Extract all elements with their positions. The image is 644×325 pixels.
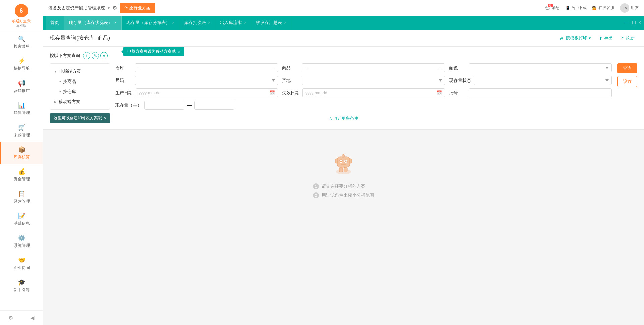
- svg-rect-6: [341, 164, 346, 165]
- cart-icon: 🛒: [18, 124, 25, 131]
- tab-inventory-status[interactable]: 现存量（库存状况表） ×: [64, 16, 122, 30]
- sidebar-item-purchase[interactable]: 🛒 采购管理: [0, 120, 43, 142]
- sidebar-item-operations[interactable]: 📋 经营管理: [0, 186, 43, 208]
- tab-batch-account[interactable]: 库存批次账 ×: [179, 16, 215, 30]
- sidebar-item-finance[interactable]: 💰 资金管理: [0, 164, 43, 186]
- batch-no-input[interactable]: [469, 88, 612, 97]
- user-btn[interactable]: Ea 用友: [620, 3, 639, 13]
- tab-inventory-dist[interactable]: 现存量（库存分布表） ×: [122, 16, 179, 30]
- tab-collect-summary[interactable]: 收发存汇总表 ×: [251, 16, 291, 30]
- filter-expire-date: 失效日期 yyyy-mm-dd 📅: [282, 88, 445, 97]
- size-select[interactable]: [135, 76, 278, 85]
- sidebar-item-label: 库存核算: [14, 154, 30, 160]
- tab-collect-summary-close[interactable]: ×: [284, 21, 286, 25]
- user-avatar: Ea: [620, 3, 629, 13]
- page-header: 现存量查询(按仓库+商品) 🖨 按模板打印 ▾ ⬆ 导出 ↻ 刷新: [43, 30, 644, 47]
- add-scheme-btn[interactable]: +: [83, 52, 90, 59]
- tree-warehouse-label: 按仓库: [63, 89, 76, 95]
- print-btn[interactable]: 🖨 按模板打印 ▾: [557, 34, 594, 42]
- tab-inventory-status-close[interactable]: ×: [114, 21, 117, 25]
- sidebar-collapse-btn[interactable]: ◀: [30, 315, 34, 321]
- tooltip-mobile-close[interactable]: ×: [178, 49, 180, 54]
- sidebar-item-inventory[interactable]: 📦 库存核算: [0, 142, 43, 164]
- tab-home[interactable]: 首页: [46, 16, 64, 30]
- tree-item-by-goods[interactable]: • 按商品: [50, 76, 110, 87]
- user-label: 用友: [631, 5, 639, 11]
- app-download-btn[interactable]: 📱 App下载: [565, 5, 587, 11]
- tab-batch-account-close[interactable]: ×: [208, 21, 210, 25]
- export-btn[interactable]: ⬆ 导出: [596, 34, 615, 42]
- online-service-label: 在线客服: [598, 5, 614, 11]
- tab-restore-icon[interactable]: □: [632, 20, 636, 26]
- sidebar-settings-btn[interactable]: ⚙: [8, 315, 13, 321]
- refresh-btn[interactable]: ↻ 刷新: [618, 34, 637, 42]
- stock-main-dash: —: [187, 103, 192, 108]
- produce-date-input[interactable]: yyyy-mm-dd 📅: [136, 88, 278, 97]
- warehouse-placeholder: ...: [138, 65, 142, 70]
- export-btn-label: 导出: [604, 35, 613, 41]
- message-btn[interactable]: 💬 6 消息: [545, 5, 560, 11]
- tooltip-modify-close[interactable]: ×: [104, 116, 106, 121]
- stock-main-min-input[interactable]: [144, 101, 184, 110]
- sidebar-bottom: ⚙ ◀: [0, 310, 43, 325]
- expire-date-input[interactable]: yyyy-mm-dd 📅: [302, 88, 445, 97]
- back-scheme-btn[interactable]: «: [100, 52, 108, 59]
- svg-rect-8: [343, 154, 344, 155]
- origin-label: 产地: [282, 77, 299, 84]
- filter-label: 按以下方案查询: [50, 53, 80, 59]
- guide-icon: 🎓: [18, 279, 25, 286]
- svg-rect-10: [350, 159, 352, 163]
- online-service-btn[interactable]: 💁 在线客服: [592, 5, 614, 11]
- tab-home-label: 首页: [50, 20, 59, 26]
- tab-in-out-flow-close[interactable]: ×: [244, 21, 246, 25]
- message-badge: 6: [548, 4, 553, 7]
- sidebar-item-quicknav[interactable]: ⚡ 快捷导航: [0, 53, 43, 75]
- trial-btn[interactable]: 体验行业方案: [120, 3, 155, 13]
- filter-warehouse: 仓库 ... ⋯: [115, 63, 278, 72]
- tree-item-by-warehouse[interactable]: • 按仓库: [50, 87, 110, 97]
- empty-tip-text-2: 用过滤条件来缩小分析范围: [322, 192, 374, 198]
- tab-close-icon[interactable]: ×: [638, 20, 641, 26]
- tree-mobile-label: 移动端方案: [59, 99, 80, 105]
- tree-mobile-group[interactable]: ▶ 移动端方案: [50, 97, 110, 107]
- tooltip-modify-text: 这里可以创建和修改方案哦: [54, 115, 102, 121]
- sidebar-item-search[interactable]: 🔍 搜索菜单: [0, 31, 43, 53]
- sidebar-item-basics[interactable]: 📝 基础信息: [0, 208, 43, 230]
- doc-icon: 📝: [18, 212, 25, 220]
- tooltip-mobile-scheme: 电脑方案可设为移动方案哦 ×: [123, 47, 184, 56]
- tree-pc-group[interactable]: ▼ 电脑端方案: [50, 66, 110, 76]
- filter-batch-no: 批号: [449, 88, 612, 97]
- color-select[interactable]: [469, 63, 612, 72]
- query-btn[interactable]: 查询: [617, 63, 637, 73]
- sidebar-item-enterprise[interactable]: 🤝 企业协同: [0, 253, 43, 275]
- sidebar-item-label: 采购管理: [14, 132, 30, 138]
- tab-minimize-icon[interactable]: —: [624, 20, 630, 26]
- goods-label: 商品: [282, 65, 299, 71]
- empty-tip-2: 2 用过滤条件来缩小分析范围: [313, 192, 374, 198]
- goods-input-wrapper[interactable]: ... ⋯: [302, 63, 445, 72]
- origin-select[interactable]: [302, 76, 445, 85]
- warehouse-input-wrapper[interactable]: ... ⋯: [135, 63, 278, 72]
- edit-scheme-btn[interactable]: ✎: [92, 52, 99, 59]
- empty-tips: 1 请先选择要分析的方案 2 用过滤条件来缩小分析范围: [313, 183, 374, 201]
- export-icon: ⬆: [599, 36, 603, 41]
- sidebar-item-sales[interactable]: 📊 销售管理: [0, 98, 43, 120]
- filter-row-1: 仓库 ... ⋯ 商品 ... ⋯: [115, 63, 612, 72]
- sidebar-item-label: 销售管理: [14, 110, 30, 116]
- sidebar-item-guide[interactable]: 🎓 新手引导: [0, 275, 43, 297]
- color-label: 颜色: [449, 65, 466, 71]
- tab-inventory-dist-close[interactable]: ×: [172, 21, 174, 25]
- sidebar-item-label: 营销推广: [14, 88, 30, 94]
- stock-status-select[interactable]: [474, 76, 612, 85]
- stock-main-max-input[interactable]: [194, 101, 234, 110]
- sidebar-item-marketing[interactable]: 📢 营销推广: [0, 75, 43, 98]
- settings-btn[interactable]: 设置: [617, 76, 637, 87]
- tab-in-out-flow[interactable]: 出入库流水 ×: [215, 16, 251, 30]
- sidebar-item-label: 搜索菜单: [14, 44, 30, 49]
- system-dropdown-icon[interactable]: ▾: [108, 6, 110, 10]
- warehouse-dots-icon: ⋯: [271, 66, 275, 70]
- sidebar-item-system[interactable]: ⚙️ 系统管理: [0, 230, 43, 253]
- collapse-bar[interactable]: ∧ 收起更多条件: [50, 113, 637, 124]
- header-settings-icon[interactable]: ⚙: [112, 5, 117, 11]
- phone-icon: 📱: [565, 6, 570, 10]
